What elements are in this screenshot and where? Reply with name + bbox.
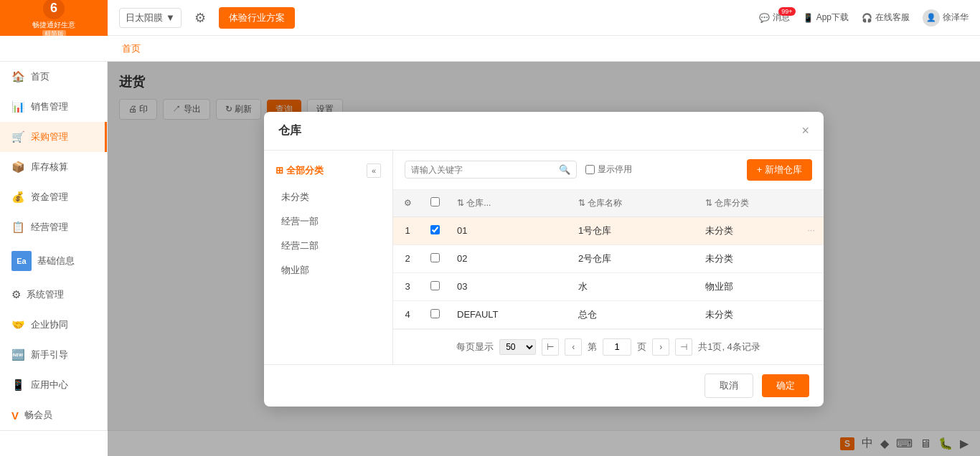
branch-selector[interactable]: 日太阳膜 ▼ [119, 8, 182, 28]
prev-page-button[interactable]: ‹ [565, 338, 582, 356]
branch-label: 日太阳膜 [126, 11, 163, 24]
system-icon: ⚙ [11, 288, 21, 301]
sidebar-item-system[interactable]: ⚙ 系统管理 [0, 280, 107, 310]
app-download-button[interactable]: 📱 App下载 [803, 11, 849, 24]
pagination: 每页显示 50 20 100 ⊢ ‹ 第 页 › [393, 329, 824, 364]
topbar: 6 畅捷通好生意 精简版 日太阳膜 ▼ ⚙ 体验行业方案 💬 消息 99+ 📱 … [0, 0, 980, 36]
table-row[interactable]: 4 DEFAULT 总仓 未分类 [393, 300, 824, 328]
dialog-title: 仓库 [278, 123, 301, 138]
sidebar-item-apps[interactable]: 📱 应用中心 [0, 370, 107, 400]
sidebar-item-basic-info[interactable]: Ea 基础信息 [0, 242, 107, 280]
next-page-button[interactable]: › [652, 338, 669, 356]
message-button[interactable]: 💬 消息 99+ [759, 11, 790, 24]
search-icon[interactable]: 🔍 [559, 164, 570, 175]
collapse-button[interactable]: « [367, 163, 381, 178]
online-service-button[interactable]: 🎧 在线客服 [862, 11, 910, 24]
row-action-icon[interactable]: ··· [807, 224, 815, 235]
per-page-select[interactable]: 50 20 100 [499, 339, 536, 355]
row-no: 3 [393, 272, 422, 300]
breadcrumb-bar: 首页 [0, 36, 980, 62]
finance-icon: 💰 [11, 191, 25, 204]
search-box: 🔍 [405, 161, 577, 179]
warehouse-dialog: 仓库 × ⊞ 全部分类 « [264, 112, 824, 407]
row-code: 03 [448, 272, 570, 300]
settings-button[interactable]: ⚙ [189, 6, 212, 29]
sales-icon: 📊 [11, 100, 25, 113]
sidebar-item-vip[interactable]: V 畅会员 [0, 400, 107, 430]
sidebar-item-label: 库存核算 [31, 161, 68, 174]
vip-icon: V [11, 409, 19, 422]
table-header-row: ⚙ ⇅ 仓库... ⇅ 仓库名称 [393, 190, 824, 217]
gear-icon: ⚙ [194, 10, 206, 26]
table-row[interactable]: 2 02 2号仓库 未分类 [393, 244, 824, 272]
inventory-icon: 📦 [11, 161, 25, 174]
user-avatar: 👤 [923, 9, 940, 27]
logo-area: 6 畅捷通好生意 精简版 [0, 0, 108, 36]
sidebar-item-purchase[interactable]: 🛒 采购管理 [0, 122, 107, 152]
trial-button[interactable]: 体验行业方案 [219, 7, 295, 29]
show-disabled-toggle[interactable]: 显示停用 [585, 163, 632, 176]
page-input[interactable] [603, 338, 631, 356]
table-row[interactable]: 3 03 水 物业部 [393, 272, 824, 300]
ea-icon: Ea [11, 251, 32, 271]
select-all-checkbox[interactable] [430, 197, 440, 206]
enterprise-icon: 🤝 [11, 318, 25, 331]
all-category-btn[interactable]: ⊞ 全部分类 [275, 164, 324, 177]
last-page-button[interactable]: ⊣ [675, 338, 692, 356]
th-code: ⇅ 仓库... [448, 190, 570, 217]
first-page-button[interactable]: ⊢ [542, 338, 559, 356]
sidebar-item-label: 应用中心 [31, 379, 68, 391]
th-settings[interactable]: ⚙ [393, 190, 422, 217]
sidebar-item-enterprise[interactable]: 🤝 企业协同 [0, 310, 107, 340]
chevron-left-icon: « [372, 166, 376, 175]
cancel-button[interactable]: 取消 [705, 374, 753, 398]
row-no: 1 [393, 217, 422, 244]
app-download-label: App下载 [816, 11, 849, 24]
sidebar-item-label: 经营管理 [31, 221, 68, 234]
sidebar-item-sales[interactable]: 📊 销售管理 [0, 92, 107, 122]
sidebar-item-home[interactable]: 🏠 首页 [0, 62, 107, 92]
close-icon[interactable]: × [801, 123, 809, 138]
company-name: 畅捷通好生意 精简版 [32, 21, 75, 38]
sidebar-item-business[interactable]: 📋 经营管理 [0, 212, 107, 242]
row-code: DEFAULT [448, 300, 570, 328]
row-category: 未分类 [697, 300, 824, 328]
confirm-button[interactable]: 确定 [762, 374, 809, 397]
category-item-dept2[interactable]: 经营二部 [264, 234, 392, 258]
row-code: 01 [448, 217, 570, 244]
search-input[interactable] [411, 165, 559, 175]
sidebar-item-label: 系统管理 [27, 288, 64, 301]
dialog-body: ⊞ 全部分类 « 未分类 经营一部 经营二部 物业部 [264, 151, 824, 364]
sidebar-item-finance[interactable]: 💰 资金管理 [0, 182, 107, 212]
sort-icon: ⇅ [578, 198, 585, 208]
headset-icon: 🎧 [862, 13, 872, 23]
row-category: 物业部 [697, 272, 824, 300]
sidebar-item-label: 基础信息 [37, 255, 75, 267]
sort-icon: ⇅ [705, 198, 712, 208]
sidebar-item-guide[interactable]: 🆕 新手引导 [0, 340, 107, 370]
main-content: 进货 🖨 印 ↗ 导出 ↻ 刷新 查询 设置 仓库 × [108, 62, 980, 456]
sidebar-item-label: 新手引导 [31, 348, 68, 361]
category-item-property[interactable]: 物业部 [264, 258, 392, 282]
row-checkbox[interactable] [422, 244, 448, 272]
sidebar-item-inventory[interactable]: 📦 库存核算 [0, 152, 107, 182]
row-checkbox[interactable] [422, 300, 448, 328]
row-name: 总仓 [570, 300, 697, 328]
new-warehouse-button[interactable]: + 新增仓库 [747, 159, 812, 181]
warehouse-table-container: ⚙ ⇅ 仓库... ⇅ 仓库名称 [393, 190, 824, 329]
home-icon: 🏠 [11, 70, 25, 83]
row-checkbox[interactable] [422, 272, 448, 300]
purchase-icon: 🛒 [11, 130, 25, 143]
sidebar: 🏠 首页 📊 销售管理 🛒 采购管理 📦 库存核算 💰 资金管理 📋 经营管理 … [0, 62, 108, 456]
category-item-dept1[interactable]: 经营一部 [264, 209, 392, 234]
table-row[interactable]: 1 01 1号仓库 未分类 ··· [393, 217, 824, 244]
category-item-uncategorized[interactable]: 未分类 [264, 185, 392, 209]
th-category: ⇅ 仓库分类 [697, 190, 824, 217]
breadcrumb-home[interactable]: 首页 [122, 42, 141, 55]
show-disabled-checkbox[interactable] [585, 165, 595, 174]
row-name: 水 [570, 272, 697, 300]
row-checkbox[interactable] [422, 217, 448, 244]
warehouse-list-panel: 🔍 显示停用 + 新增仓库 [393, 151, 824, 364]
user-menu[interactable]: 👤 徐泽华 [923, 9, 969, 27]
th-name: ⇅ 仓库名称 [570, 190, 697, 217]
